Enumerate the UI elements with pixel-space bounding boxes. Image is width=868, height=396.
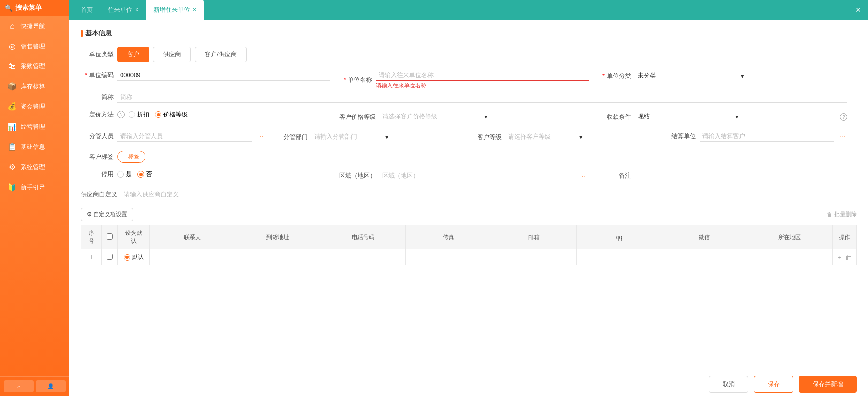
table-select-all[interactable] (107, 233, 113, 240)
unit-type-label: 单位类型 (81, 50, 114, 59)
cancel-button[interactable]: 取消 (709, 376, 748, 393)
region-field: 区域（地区） ··· (339, 170, 598, 181)
row-default[interactable]: 默认 (118, 249, 150, 265)
payment-terms-select[interactable]: 现结 ▾ (635, 110, 836, 123)
custom-settings-button[interactable]: ⚙ 自定义项设置 (81, 208, 133, 221)
sidebar-item-label: 销售管理 (21, 42, 45, 51)
radio-default (124, 254, 130, 261)
short-name-label: 简称 (81, 93, 114, 101)
sidebar-item-sales[interactable]: ◎销售管理 (0, 36, 69, 56)
address-input[interactable] (240, 254, 315, 261)
add-tag-button[interactable]: + 标签 (117, 151, 145, 163)
sidebar-item-quick-nav[interactable]: ⌂快捷导航 (0, 16, 69, 36)
pricing-help-icon[interactable]: ? (117, 111, 125, 118)
table-row: 1默认+🗑 (81, 249, 857, 265)
type-btn-both[interactable]: 客户/供应商 (195, 47, 247, 62)
sidebar-item-system[interactable]: ⚙系统管理 (0, 157, 69, 177)
row-tag: 客户标签 + 标签 (81, 151, 857, 163)
type-btn-customer[interactable]: 客户 (117, 47, 149, 62)
qq-input[interactable] (581, 254, 657, 261)
chevron-down-icon3: ▾ (735, 113, 833, 120)
row-address[interactable] (235, 249, 320, 265)
row-contact[interactable] (150, 249, 235, 265)
sidebar-item-purchase[interactable]: 🛍采购管理 (0, 56, 69, 76)
unit-name-input[interactable] (376, 70, 588, 81)
row-checkbox[interactable] (107, 254, 113, 260)
sidebar-item-label: 资金管理 (21, 102, 45, 111)
fax-input[interactable] (411, 254, 486, 261)
email-input[interactable] (496, 254, 571, 261)
row-email[interactable] (491, 249, 577, 265)
disabled-label: 停用 (81, 170, 114, 179)
close-tab-partners[interactable]: × (135, 7, 138, 13)
batch-delete-btn[interactable]: 🗑 批量删除 (827, 210, 857, 218)
sidebar-item-label: 基础信息 (21, 143, 45, 151)
tab-new-partner[interactable]: 新增往来单位× (146, 0, 204, 20)
tab-label-partners: 往来单位 (108, 6, 132, 14)
sidebar-item-inventory[interactable]: 📦库存核算 (0, 76, 69, 96)
search-menu[interactable]: 🔍 搜索菜单 (0, 0, 69, 16)
operations-icon: 📊 (8, 122, 17, 131)
close-tab-new-partner[interactable]: × (193, 7, 196, 13)
table-header: 操作 (832, 225, 856, 249)
table-toolbar: ⚙ 自定义项设置 🗑 批量删除 (81, 208, 857, 221)
sidebar-profile-btn[interactable]: 👤 (36, 380, 66, 392)
radio-yes-label: 是 (126, 170, 132, 179)
row-phone[interactable] (320, 249, 406, 265)
table-header: 邮箱 (491, 225, 577, 249)
contact-input[interactable] (154, 254, 230, 261)
sidebar-home-btn[interactable]: ⌂ (4, 380, 34, 392)
default-label: 默认 (132, 253, 144, 261)
customer-price-level-select[interactable]: 请选择客户价格等级 ▾ (380, 110, 588, 123)
table-header: 微信 (662, 225, 747, 249)
save-button[interactable]: 保存 (754, 376, 793, 393)
wechat-input[interactable] (667, 254, 742, 261)
customer-level-select[interactable]: 请选择客户等级 ▾ (505, 131, 654, 143)
sidebar-item-label: 库存核算 (21, 82, 45, 91)
delete-row-icon[interactable]: 🗑 (845, 254, 852, 261)
supplier-custom-input[interactable] (121, 189, 847, 200)
tab-partners[interactable]: 往来单位× (100, 0, 146, 20)
manager-input[interactable] (117, 131, 252, 142)
phone-input[interactable] (325, 254, 401, 261)
sidebar-item-guide[interactable]: 🔰新手引导 (0, 177, 69, 197)
close-all-tabs[interactable]: × (852, 5, 864, 15)
supplier-custom-field: 供应商自定义 (81, 189, 857, 200)
batch-delete-label: 批量删除 (834, 210, 857, 218)
settlement-unit-more-btn[interactable]: ··· (838, 132, 847, 140)
sidebar-item-operations[interactable]: 📊经营管理 (0, 116, 69, 137)
short-name-input[interactable] (117, 92, 847, 103)
unit-category-select[interactable]: 未分类 ▾ (635, 70, 847, 82)
save-add-button[interactable]: 保存并新增 (799, 376, 857, 393)
radio-discount[interactable]: 折扣 (129, 110, 149, 119)
row-wechat[interactable] (662, 249, 747, 265)
pricing-radio-group: 折扣 价格等级 (129, 110, 188, 119)
sales-icon: ◎ (8, 42, 17, 51)
unit-code-field: 单位编码 000009 (81, 70, 339, 81)
sidebar-item-basic[interactable]: 📋基础信息 (0, 137, 69, 157)
manager-more-btn[interactable]: ··· (256, 132, 266, 140)
unit-code-input[interactable]: 000009 (117, 70, 330, 81)
radio-yes[interactable]: 是 (117, 170, 132, 179)
tab-home[interactable]: 首页 (73, 0, 100, 20)
settlement-unit-input[interactable] (700, 131, 835, 142)
sidebar-item-finance[interactable]: 💰资金管理 (0, 96, 69, 116)
disabled-radio-group: 是 否 (117, 170, 152, 179)
add-row-icon[interactable]: + (838, 254, 841, 261)
search-icon: 🔍 (5, 4, 13, 12)
dept-select[interactable]: 请输入分管部门 ▾ (312, 131, 460, 143)
radio-price-level[interactable]: 价格等级 (155, 110, 188, 119)
row-region[interactable] (747, 249, 832, 265)
finance-icon: 💰 (8, 102, 17, 111)
row-fax[interactable] (406, 249, 491, 265)
region-input[interactable] (380, 170, 576, 181)
unit-type-row: 单位类型 客户供应商客户/供应商 (81, 47, 857, 62)
radio-no[interactable]: 否 (137, 170, 152, 179)
payment-terms-help-icon[interactable]: ? (840, 113, 847, 121)
region-input[interactable] (752, 254, 828, 261)
remark-input[interactable] (635, 170, 847, 181)
row-disabled-region: 停用 是 否 区域（地区） ··· 备注 (81, 170, 857, 181)
region-more-btn[interactable]: ··· (579, 172, 589, 179)
row-qq[interactable] (576, 249, 662, 265)
type-btn-supplier[interactable]: 供应商 (153, 47, 191, 62)
